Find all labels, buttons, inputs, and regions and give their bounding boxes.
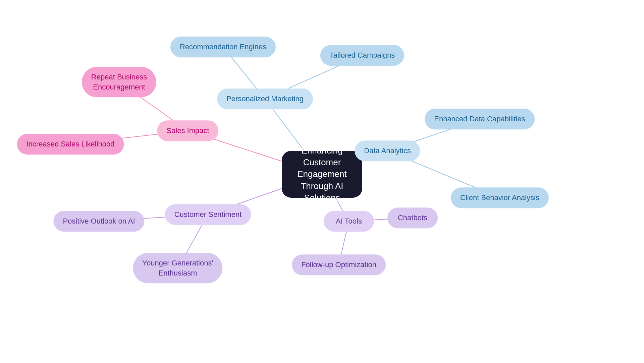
node-enhanced-data-capabilities: Enhanced Data Capabilities (425, 109, 535, 129)
node-chatbots: Chatbots (387, 207, 438, 228)
node-data-analytics: Data Analytics (355, 140, 420, 161)
node-ai-tools: AI Tools (324, 211, 374, 232)
node-sales-impact: Sales Impact (157, 120, 218, 141)
center-node: Enhancing Customer Engagement Through AI… (282, 151, 362, 198)
node-recommendation-engines: Recommendation Engines (170, 37, 276, 57)
node-positive-outlook: Positive Outlook on AI (53, 211, 144, 232)
node-repeat-business: Repeat Business Encouragement (82, 67, 156, 97)
node-client-behavior-analysis: Client Behavior Analysis (451, 187, 549, 208)
node-increased-sales: Increased Sales Likelihood (17, 134, 124, 155)
node-followup-optimization: Follow-up Optimization (292, 254, 386, 275)
node-younger-generations: Younger Generations' Enthusiasm (133, 253, 222, 283)
node-customer-sentiment: Customer Sentiment (165, 204, 251, 225)
node-tailored-campaigns: Tailored Campaigns (320, 45, 404, 66)
node-personalized-marketing: Personalized Marketing (217, 88, 313, 109)
